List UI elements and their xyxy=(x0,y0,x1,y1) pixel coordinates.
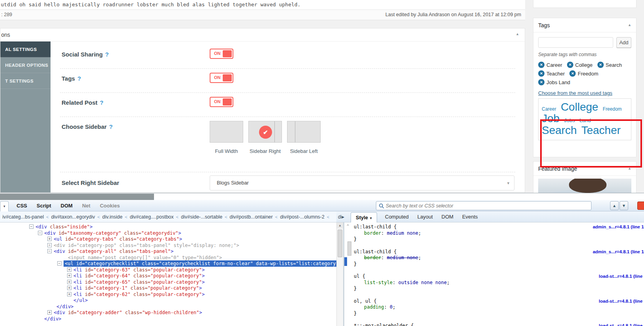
tree-scrollbar[interactable]: ▲ xyxy=(336,222,343,326)
sidebar-option-sidebar-right[interactable]: ✔Sidebar Right xyxy=(248,121,282,154)
toggle-tags[interactable]: ON xyxy=(210,73,233,83)
settings-tab-t-settings[interactable]: T SETTINGS xyxy=(0,73,51,89)
post-content-text[interactable]: utdid oh said hello majestically roadrun… xyxy=(0,0,525,10)
breadcrumb-item[interactable]: div#taxon...egorydiv xyxy=(51,214,95,220)
breadcrumb-item[interactable]: div.inside xyxy=(102,214,122,220)
toggle-related-post[interactable]: ON xyxy=(210,97,233,107)
expand-icon[interactable]: + xyxy=(67,268,71,272)
remove-tag-icon[interactable]: ✕ xyxy=(567,62,573,68)
tab-events[interactable]: Events xyxy=(458,211,482,222)
breadcrumb-item[interactable]: div#side-...sortable xyxy=(181,214,222,220)
tree-node[interactable]: </div> xyxy=(0,316,336,322)
cloud-tag-search[interactable]: Search xyxy=(542,124,577,136)
collapse-arrow-icon[interactable]: ▲ xyxy=(516,32,519,36)
cloud-tag-freedom[interactable]: Freedom xyxy=(603,106,622,112)
collapse-icon[interactable]: − xyxy=(57,261,62,266)
tree-node[interactable]: +<li id="category-64" class="popular-cat… xyxy=(0,273,336,279)
collapse-arrow-icon[interactable]: ▲ xyxy=(628,23,631,27)
collapse-icon[interactable]: − xyxy=(29,224,34,229)
cloud-tag-jobs[interactable]: Jobs xyxy=(564,117,575,123)
tab-layout[interactable]: Layout xyxy=(413,211,437,222)
tab-computed[interactable]: Computed xyxy=(381,211,413,222)
remove-tag-icon[interactable]: ✕ xyxy=(538,79,544,85)
rule-selector[interactable]: ol, ul xyxy=(354,298,371,304)
tags-panel-header[interactable]: Tags ▲ xyxy=(533,18,636,32)
breadcrumb-item[interactable]: div#categ....postbox xyxy=(130,214,174,220)
breadcrumb-item[interactable]: iv#categ...bs-panel xyxy=(2,214,44,220)
html-tab-stub[interactable]: ▾ xyxy=(0,201,9,211)
rule-source-link[interactable]: load-st...r=4.8.1 (line 1 xyxy=(599,273,644,280)
sidebar-option-sidebar-left[interactable]: Sidebar Left xyxy=(287,121,321,154)
tree-node[interactable]: +<li id="category-62" class="popular-cat… xyxy=(0,292,336,298)
sidebar-option-full-width[interactable]: Full Width xyxy=(210,121,243,154)
search-input[interactable] xyxy=(386,202,587,209)
collapse-icon[interactable]: − xyxy=(38,231,42,235)
css-property[interactable]: border: medium none; xyxy=(354,255,644,261)
collapse-icon[interactable]: − xyxy=(47,249,52,253)
tree-node[interactable]: +<li id="category-65" class="popular-cat… xyxy=(0,279,336,286)
tree-node[interactable]: +<li id="category-1" class="popular-cate… xyxy=(0,285,336,292)
remove-tag-icon[interactable]: ✕ xyxy=(538,62,544,68)
css-property[interactable]: padding: 0; xyxy=(354,304,644,311)
breadcrumb-item[interactable]: div#postb...ontainer xyxy=(230,214,273,220)
expand-icon[interactable]: + xyxy=(47,237,52,241)
devtools-tab-cookies[interactable]: Cookies xyxy=(95,200,125,211)
rule-source-link[interactable]: admin_s...r=4.8.1 (line 15 xyxy=(593,224,644,230)
tree-node[interactable]: −<div id="category-all" class="tabs-pane… xyxy=(0,249,336,255)
cloud-tag-land[interactable]: Land xyxy=(580,117,591,123)
tree-node[interactable]: +<ul id="category-tabs" class="category-… xyxy=(0,236,336,243)
add-tag-button[interactable]: Add xyxy=(616,37,631,48)
remove-tag-icon[interactable]: ✕ xyxy=(538,70,544,77)
devtools-tab-dom[interactable]: DOM xyxy=(56,200,77,211)
settings-tab-al-settings[interactable]: AL SETTINGS xyxy=(0,41,51,57)
firebug-off-button[interactable] xyxy=(637,202,644,210)
rule-selector[interactable]: ul:last-child xyxy=(354,224,391,230)
help-icon[interactable]: ? xyxy=(100,99,103,106)
tab-style[interactable]: Style▾ xyxy=(351,212,377,222)
cloud-tag-teacher[interactable]: Teacher xyxy=(581,124,621,136)
help-icon[interactable]: ? xyxy=(105,51,109,58)
expand-icon[interactable]: + xyxy=(47,243,52,247)
scroll-up-icon[interactable]: ^ xyxy=(347,224,349,228)
cloud-tag-career[interactable]: Career xyxy=(542,106,556,112)
settings-tab-header-options[interactable]: HEADER OPTIONS xyxy=(0,57,51,73)
css-property[interactable]: list-style: outside none none; xyxy=(354,280,644,286)
devtools-tab-css[interactable]: CSS xyxy=(12,200,32,211)
tree-node[interactable]: +<div id="category-pop" class="tabs-pane… xyxy=(0,243,336,249)
rule-selector[interactable]: ul xyxy=(354,273,359,279)
scrollbar-thumb[interactable] xyxy=(347,241,351,256)
tree-node[interactable]: <input name="post_category[]" value="0" … xyxy=(0,255,336,261)
tree-node[interactable]: +<li id="category-63" class="popular-cat… xyxy=(0,267,336,273)
help-icon[interactable]: ? xyxy=(109,123,113,130)
expand-icon[interactable]: + xyxy=(67,286,71,290)
cloud-tag-job[interactable]: Job xyxy=(542,112,560,124)
scrollbar-thumb[interactable] xyxy=(338,230,342,257)
sidebar-select-dropdown[interactable]: Blogs Sidebar ▾ xyxy=(210,175,514,190)
rule-selector[interactable]: *::-moz-placeholder xyxy=(354,323,408,326)
breadcrumb-tail[interactable]: di▸ xyxy=(338,214,344,220)
tag-input[interactable] xyxy=(538,37,613,48)
scroll-up-icon[interactable]: ▲ xyxy=(337,222,343,228)
search-prev-button[interactable]: ▲ xyxy=(610,201,619,210)
rule-source-link[interactable]: admin_s...r=4.8.1 (line 14 xyxy=(593,249,644,255)
tree-node[interactable]: −<div class="inside"> xyxy=(0,224,336,230)
remove-tag-icon[interactable]: ✕ xyxy=(597,62,604,68)
cloud-tag-college[interactable]: College xyxy=(561,101,598,113)
tree-node[interactable]: −<div id="taxonomy-category" class="cate… xyxy=(0,230,336,237)
search-next-button[interactable]: ▼ xyxy=(620,201,628,210)
collapse-arrow-icon[interactable]: ▲ xyxy=(628,166,631,170)
tree-node[interactable]: </ul> xyxy=(0,298,336,304)
remove-tag-icon[interactable]: ✕ xyxy=(569,70,576,77)
devtools-tab-net[interactable]: Net xyxy=(77,200,95,211)
tab-dom[interactable]: DOM xyxy=(437,211,458,222)
tree-node[interactable]: </div> xyxy=(0,304,336,310)
expand-icon[interactable]: + xyxy=(67,292,71,296)
devtools-tab-script[interactable]: Script xyxy=(32,200,56,211)
breadcrumb-item[interactable]: div#post-...olumns-2 xyxy=(280,214,325,220)
featured-image-header[interactable]: Featured Image ▲ xyxy=(533,162,636,176)
expand-icon[interactable]: + xyxy=(47,310,52,315)
expand-icon[interactable]: + xyxy=(67,273,71,278)
expand-icon[interactable]: + xyxy=(67,280,71,284)
tree-node[interactable]: −<ul id="categorychecklist" class="categ… xyxy=(0,261,336,267)
rule-source-link[interactable]: load-st...r=4.8.1 (line 1 xyxy=(599,298,644,305)
